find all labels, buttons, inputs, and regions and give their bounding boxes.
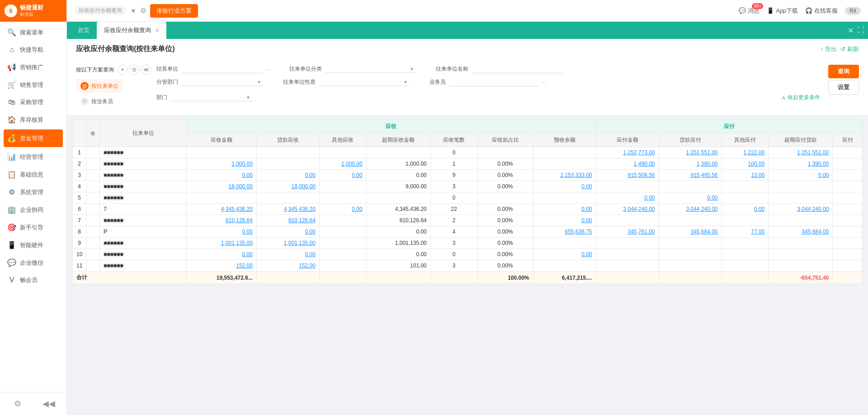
tab-close-btn[interactable]: × [156,27,159,34]
tab-home-label: 首页 [78,26,90,34]
sidebar-item-quick-nav[interactable]: ⌂ 快捷导航 [0,41,66,58]
page-content: 应收应付余额查询(按往来单位) ↑ 导出 ↺ 刷新 [67,39,868,415]
page-actions: ↑ 导出 ↺ 刷新 [821,45,859,53]
partner-cell: ■■■■■■ [100,158,187,170]
app-download-btn[interactable]: 📱 App下载 [767,7,798,15]
sidebar-item-guide[interactable]: 🎯 新手引导 [0,219,66,236]
sidebar-item-vip[interactable]: V 畅会员 [0,272,66,289]
collapse-sidebar-btn[interactable]: ◀◀ [35,396,63,411]
search-form: 按以下方案查询 + ⊙ ≪ @ 按往来单位 [76,59,859,115]
sidebar-item-label: 销售管理 [20,81,43,89]
dept-select[interactable]: ▼ [182,79,263,86]
message-badge: 99+ [752,3,763,9]
query-btn[interactable]: 查询 [828,65,859,78]
th-recv-count: 应收笔数 [430,134,477,147]
inventory-icon: 🏠 [7,115,16,124]
table-row: 9■■■■■■1,001,135.001,001,135.001,001,135… [73,238,863,249]
unit-category-select[interactable]: ▼ [326,66,416,73]
department-select[interactable]: ▼ [171,94,252,101]
settings-query-btn[interactable]: 设置 [828,80,859,95]
collapse-more-btn[interactable]: ∧ 收起更多条件 [779,91,823,104]
settlement-unit-dots[interactable]: ··· [265,66,269,72]
by-staff-icon: ⏱ [80,97,89,105]
th-overdue-recv: 超期应收金额 [366,134,430,147]
partner-cell: ■■■■■■ [100,192,187,204]
table-row: 3■■■■■■0.000.000.000.0090.00%2,153,333.0… [73,170,863,181]
tab-close-window-btn[interactable]: ✕ [848,26,854,35]
logo-text: 畅捷通财 [20,4,43,11]
app-logo: 6 畅捷通财 标准版 [0,0,66,22]
unit-nature-select[interactable]: ▼ [319,79,410,86]
tab-ar-ap-query[interactable]: 应收应付余额查询 × [97,22,166,39]
th-settings[interactable]: ⚙ [86,120,100,147]
sidebar-item-purchase[interactable]: 🛍 采购管理 [0,94,66,111]
settlement-unit-input[interactable] [182,65,263,73]
sidebar-item-search-menu[interactable]: 🔍 搜索菜单 [0,24,66,41]
settings-bottom-btn[interactable]: ⚙ [4,396,32,411]
sidebar-item-operations[interactable]: 📊 经营管理 [0,148,66,166]
partner-cell: ■■■■■■ [100,181,187,192]
filter-unit-category: 往来单位分类 ▼ [289,65,416,73]
header-breadcrumb: 应收应付余额查询 [74,6,127,15]
tab-maximize-btn[interactable]: ⛶ [857,26,864,34]
message-btn[interactable]: 💬 消息 99+ [739,7,760,15]
service-label: 在线客服 [814,7,838,15]
refresh-label: 刷新 [847,45,859,53]
footer-recv-ratio: 100.00% [477,272,533,284]
add-scheme-btn[interactable]: + [118,65,127,75]
salesperson-dots[interactable]: ··· [542,79,546,86]
salesperson-input[interactable] [449,78,540,86]
refresh-btn[interactable]: ↺ 刷新 [840,45,859,53]
guide-icon: 🎯 [7,223,16,232]
footer-pay-suffix [833,272,863,284]
user-menu[interactable]: Rit [845,7,861,15]
unit-name-label: 往来单位名称 [436,65,468,73]
page-title: 应收应付余额查询(按往来单位) [76,44,175,54]
by-staff-label: 按业务员 [91,98,113,105]
sidebar-item-fund[interactable]: 💰 资金管理 [4,129,63,147]
filter-unit-name: 往来单位名称 [436,65,562,73]
basic-info-icon: 📋 [7,170,16,179]
th-partner: 往来单位 [100,120,187,147]
header-right: 💬 消息 99+ 📱 App下载 🎧 在线客服 Rit [739,7,861,15]
purchase-icon: 🛍 [7,98,16,106]
footer-prepay: 6,417,215.... [533,272,596,284]
filter-department: 部门 ▼ [156,94,252,101]
by-unit-label: 按往来单位 [91,82,118,90]
manage-scheme-btn[interactable]: ⊙ [129,65,139,75]
th-other-recv: 其他应收 [319,134,366,147]
partner-cell: ■■■■■■ [100,147,187,158]
export-label: 导出 [825,45,837,53]
tab-home[interactable]: 首页 [71,22,97,39]
scheme-selector-row: 按以下方案查询 + ⊙ ≪ [76,65,151,75]
industry-solution-btn[interactable]: 体验行业方案 [150,4,198,18]
sidebar-item-wechat[interactable]: 💬 企业微信 [0,254,66,272]
system-icon: ⚙ [7,188,16,196]
online-service-btn[interactable]: 🎧 在线客服 [805,7,838,15]
footer-loan-pay [659,272,722,284]
sub-nav-by-staff[interactable]: ⏱ 按业务员 [76,95,118,108]
sidebar-item-marketing[interactable]: 📢 营销推广 [0,58,66,76]
export-btn[interactable]: ↑ 导出 [821,45,837,53]
salesperson-label: 业务员 [429,78,446,86]
collapse-scheme-btn[interactable]: ≪ [141,65,151,75]
sidebar-item-sales[interactable]: 🛒 销售管理 [0,76,66,94]
service-icon: 🎧 [805,7,812,14]
logo-icon: 6 [5,5,17,17]
unit-name-input[interactable] [472,65,562,73]
sidebar-item-enterprise[interactable]: 🏢 企业协同 [0,201,66,219]
sidebar-item-system[interactable]: ⚙ 系统管理 [0,183,66,201]
sidebar-item-smart[interactable]: 📱 智能硬件 [0,236,66,254]
vip-icon: V [7,276,16,284]
data-table: ⚙ 往来单位 应收 应付 应收金额 贷款应收 其他应收 超期应收金额 应收笔数 … [72,119,863,284]
header-dropdown-btn[interactable]: ▼ [130,7,137,14]
sidebar-item-inventory[interactable]: 🏠 库存核算 [0,111,66,129]
sidebar-item-label: 系统管理 [20,188,43,196]
th-recv-ratio: 应收款占比 [477,134,533,147]
partner-cell: 7 [100,204,187,215]
sub-nav-by-unit[interactable]: @ 按往来单位 [76,79,123,93]
header-gear-btn[interactable]: ⚙ [140,6,146,15]
sidebar-item-basic-info[interactable]: 📋 基础信息 [0,166,66,183]
table-row: 2■■■■■■1,000.001,000.001,000.0010.00%1,4… [73,158,863,170]
th-payable-group: 应付 [596,120,862,134]
